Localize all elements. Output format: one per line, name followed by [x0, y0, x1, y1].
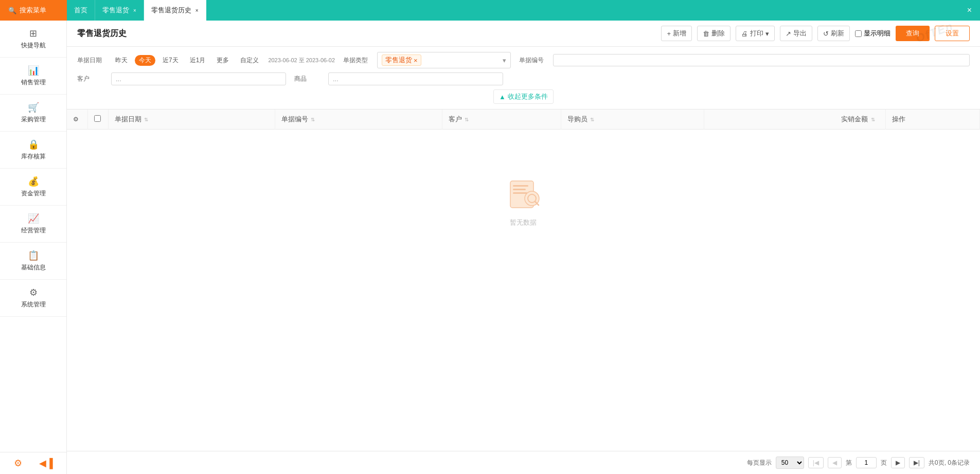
print-button[interactable]: 🖨 打印 ▾	[736, 26, 775, 41]
sidebar-item-inventory-label: 库存核算	[21, 152, 46, 161]
settings-button[interactable]: 设置	[935, 26, 970, 41]
page-label-after: 页	[881, 459, 887, 467]
sidebar-item-inventory[interactable]: 🔒 库存核算	[0, 132, 66, 169]
filter-row-collapse: ▲ 收起更多条件	[77, 89, 970, 104]
page-label-before: 第	[846, 459, 852, 467]
svg-rect-2	[513, 189, 526, 190]
export-button[interactable]: ↗ 导出	[780, 26, 812, 41]
date-btn-more[interactable]: 更多	[212, 55, 233, 66]
query-button[interactable]: 查询	[896, 26, 930, 41]
sidebar-item-basic-info[interactable]: 📋 基础信息	[0, 243, 66, 280]
tab-retail-return-history-close[interactable]: ×	[195, 8, 199, 13]
quick-nav-icon: ⊞	[29, 28, 37, 39]
svg-rect-3	[513, 192, 527, 194]
next-page-button[interactable]: ▶	[891, 457, 905, 468]
add-button[interactable]: + 新增	[661, 26, 692, 41]
print-icon: 🖨	[741, 30, 748, 38]
print-dropdown-icon: ▾	[765, 30, 769, 38]
select-all-checkbox[interactable]	[94, 115, 101, 122]
table-container: ⚙ 单据日期 ⇅ 单据编号 ⇅ 客户	[67, 110, 980, 451]
header-row: ⚙ 单据日期 ⇅ 单据编号 ⇅ 客户	[67, 110, 980, 130]
tab-home[interactable]: 首页	[67, 0, 95, 21]
display-detail-checkbox[interactable]	[855, 30, 862, 37]
th-checkbox[interactable]	[87, 110, 108, 130]
tab-retail-return-label: 零售退货	[102, 6, 129, 15]
th-number[interactable]: 单据编号 ⇅	[275, 110, 442, 130]
tab-home-label: 首页	[74, 6, 87, 15]
th-guide[interactable]: 导购员 ⇅	[561, 110, 704, 130]
date-btn-yesterday[interactable]: 昨天	[111, 55, 132, 66]
voucher-number-label: 单据编号	[519, 56, 545, 65]
th-amount-sort-icon: ⇅	[871, 117, 875, 122]
sidebar-item-quick-nav-label: 快捷导航	[21, 41, 46, 50]
sidebar-item-purchase-mgmt[interactable]: 🛒 采购管理	[0, 95, 66, 132]
customer-input[interactable]: ...	[111, 72, 286, 85]
inventory-icon: 🔒	[28, 139, 39, 150]
goods-filter-label: 商品	[294, 75, 320, 83]
th-amount-label: 实销金额	[841, 115, 868, 123]
last-page-button[interactable]: ▶|	[909, 457, 924, 468]
sidebar-item-operations[interactable]: 📈 经营管理	[0, 206, 66, 243]
sidebar-item-sales-mgmt-label: 销售管理	[21, 78, 46, 87]
tabs-area: 首页 零售退货 × 零售退货历史 ×	[67, 0, 959, 21]
sidebar-item-finance[interactable]: 💰 资金管理	[0, 169, 66, 206]
voucher-type-remove-icon[interactable]: ×	[414, 57, 418, 64]
th-guide-sort-icon: ⇅	[590, 117, 594, 122]
sidebar-audio-button[interactable]: ◀▐	[39, 458, 53, 469]
empty-row: 暂无数据	[67, 130, 980, 269]
th-actions-label: 操作	[892, 115, 905, 123]
delete-button[interactable]: 🗑 删除	[697, 26, 730, 41]
voucher-number-input[interactable]	[553, 54, 970, 66]
goods-input[interactable]: ...	[328, 72, 503, 85]
tab-retail-return-history[interactable]: 零售退货历史 ×	[144, 0, 206, 21]
prev-page-button[interactable]: ◀	[828, 457, 842, 468]
voucher-type-select[interactable]: 零售退货 × ▾	[377, 52, 511, 68]
sidebar-item-system[interactable]: ⚙ 系统管理	[0, 280, 66, 317]
date-range-display: 2023-06-02 至 2023-06-02	[268, 57, 335, 64]
window-close-button[interactable]: ×	[959, 6, 980, 15]
page-size-select[interactable]: 10 20 50 100	[776, 457, 804, 469]
collapse-up-icon: ▲	[499, 93, 506, 101]
date-btn-today[interactable]: 今天	[135, 55, 155, 66]
th-date[interactable]: 单据日期 ⇅	[108, 110, 275, 130]
delete-icon: 🗑	[703, 30, 709, 38]
filter-row-2: 客户 ... 商品 ...	[77, 72, 970, 85]
content-area: 零售退货历史 + 新增 🗑 删除 🖨 打印 ▾ ↗ 导出	[67, 21, 980, 474]
date-btn-7days[interactable]: 近7天	[158, 55, 183, 66]
collapse-button[interactable]: ▲ 收起更多条件	[493, 89, 554, 104]
add-label: 新增	[673, 29, 686, 38]
th-settings[interactable]: ⚙	[67, 110, 87, 130]
page-number-input[interactable]	[856, 457, 877, 468]
th-amount[interactable]: 实销金额 ⇅	[704, 110, 885, 130]
th-customer[interactable]: 客户 ⇅	[442, 110, 561, 130]
page-header: 零售退货历史 + 新增 🗑 删除 🖨 打印 ▾ ↗ 导出	[67, 21, 980, 47]
export-label: 导出	[793, 29, 807, 38]
voucher-type-value: 零售退货	[385, 56, 412, 65]
th-customer-label: 客户	[449, 115, 462, 123]
data-table: ⚙ 单据日期 ⇅ 单据编号 ⇅ 客户	[67, 110, 980, 268]
refresh-icon: ↺	[823, 30, 829, 38]
date-btn-1month[interactable]: 近1月	[186, 55, 210, 66]
collapse-label: 收起更多条件	[508, 92, 548, 101]
sidebar-settings-button[interactable]: ⚙	[14, 458, 22, 469]
display-detail-checkbox-label[interactable]: 显示明细	[855, 29, 890, 38]
page-size-label: 每页显示	[747, 459, 772, 467]
finance-icon: 💰	[28, 176, 39, 187]
tab-retail-return-close[interactable]: ×	[133, 8, 136, 13]
sidebar-item-finance-label: 资金管理	[21, 189, 46, 198]
purchase-mgmt-icon: 🛒	[28, 102, 39, 113]
page-total: 共0页, 0条记录	[929, 459, 970, 467]
tab-retail-return[interactable]: 零售退货 ×	[95, 0, 144, 21]
search-menu-button[interactable]: 🔍 搜索菜单	[0, 0, 67, 21]
basic-info-icon: 📋	[28, 250, 39, 261]
date-btn-custom[interactable]: 自定义	[236, 55, 263, 66]
sidebar-item-quick-nav[interactable]: ⊞ 快捷导航	[0, 21, 66, 58]
refresh-button[interactable]: ↺ 刷新	[817, 26, 850, 41]
filter-row-1: 单据日期 昨天 今天 近7天 近1月 更多 自定义 2023-06-02 至 2…	[77, 52, 970, 68]
th-number-label: 单据编号	[281, 115, 308, 123]
svg-rect-1	[513, 185, 528, 187]
first-page-button[interactable]: |◀	[808, 457, 824, 468]
voucher-type-dropdown-icon: ▾	[503, 57, 506, 64]
filter-area: 单据日期 昨天 今天 近7天 近1月 更多 自定义 2023-06-02 至 2…	[67, 47, 980, 110]
sidebar-item-sales-mgmt[interactable]: 📊 销售管理	[0, 58, 66, 95]
